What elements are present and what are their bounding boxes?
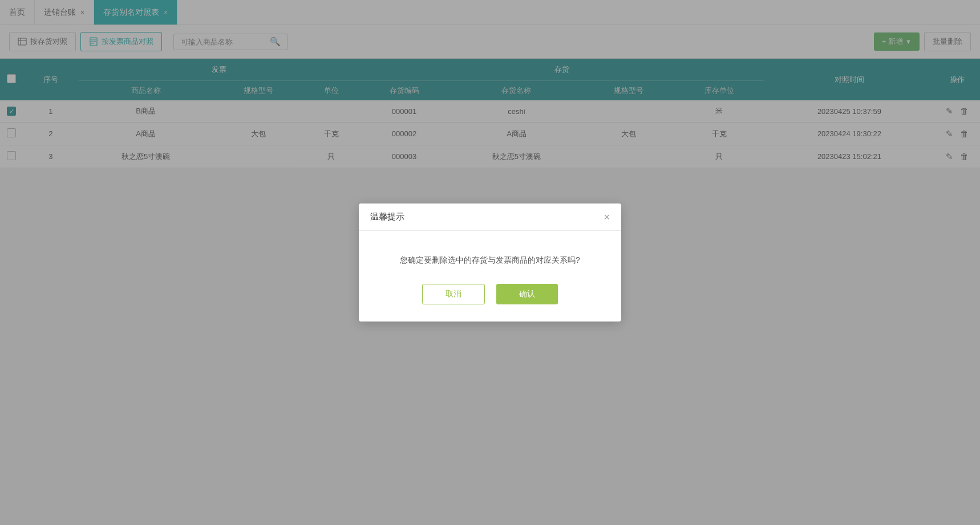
modal-overlay: 温馨提示 × 您确定要删除选中的存货与发票商品的对应关系吗? 取消 确认 [0, 0, 980, 168]
